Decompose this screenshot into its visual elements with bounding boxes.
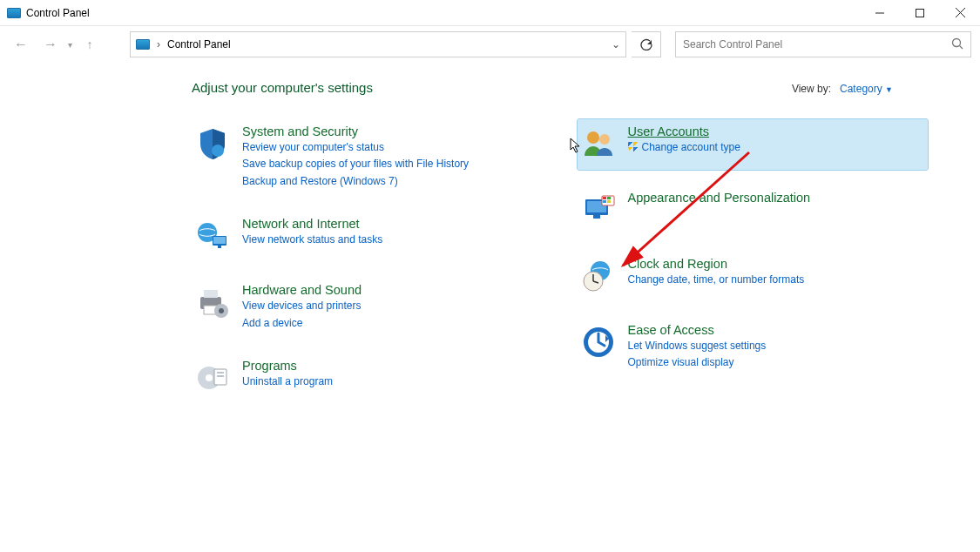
address-dropdown-icon[interactable]: ⌄ [612, 38, 620, 50]
svg-rect-20 [217, 375, 224, 377]
history-dropdown[interactable]: ▾ [68, 40, 72, 50]
category-title[interactable]: Programs [242, 359, 333, 373]
up-button[interactable]: ↑ [78, 32, 102, 57]
category-title[interactable]: Ease of Access [628, 323, 767, 337]
categories-left-column: System and Security Review your computer… [192, 119, 543, 420]
close-button[interactable] [940, 0, 980, 26]
view-by-label: View by: [792, 83, 831, 95]
ease-of-access-icon [579, 323, 618, 361]
svg-rect-12 [204, 290, 218, 298]
category-title[interactable]: Hardware and Sound [242, 283, 362, 297]
svg-rect-29 [603, 200, 606, 203]
category-link[interactable]: View devices and printers [242, 299, 362, 313]
category-link[interactable]: Save backup copies of your files with Fi… [242, 157, 469, 172]
category-link[interactable]: Review your computer's status [242, 140, 469, 155]
refresh-icon [640, 38, 652, 50]
window-titlebar: Control Panel [0, 0, 980, 26]
svg-point-21 [587, 131, 599, 144]
category-title[interactable]: System and Security [242, 125, 469, 138]
clock-globe-icon [579, 257, 618, 295]
svg-point-22 [599, 134, 610, 145]
category-hardware-sound[interactable]: Hardware and Sound View devices and prin… [192, 278, 543, 338]
back-button[interactable]: ← [9, 32, 33, 57]
category-ease-of-access[interactable]: Ease of Access Let Windows suggest setti… [578, 318, 929, 378]
svg-point-4 [953, 38, 961, 46]
globe-network-icon [193, 217, 232, 255]
svg-rect-28 [607, 197, 611, 199]
svg-rect-30 [607, 200, 611, 203]
control-panel-icon [7, 8, 21, 18]
category-title[interactable]: Appearance and Personalization [628, 191, 811, 205]
minimize-icon [875, 9, 884, 17]
search-icon [951, 37, 963, 52]
category-system-security[interactable]: System and Security Review your computer… [192, 119, 543, 196]
category-clock-region[interactable]: Clock and Region Change date, time, or n… [578, 252, 929, 302]
svg-rect-9 [213, 237, 226, 244]
category-link[interactable]: Optimize visual display [628, 355, 767, 370]
breadcrumb-item[interactable]: Control Panel [167, 38, 231, 50]
close-icon [956, 8, 965, 17]
address-bar[interactable]: › Control Panel ⌄ [130, 31, 626, 57]
view-by-control: View by: Category ▼ [792, 83, 893, 95]
svg-point-17 [206, 374, 213, 381]
user-accounts-icon [579, 125, 618, 163]
category-title[interactable]: Network and Internet [242, 217, 382, 231]
search-box[interactable] [675, 31, 971, 57]
shield-icon [193, 125, 232, 163]
svg-rect-10 [218, 246, 221, 248]
breadcrumb-chevron-icon: › [157, 38, 160, 50]
navigation-bar: ← → ▾ ↑ › Control Panel ⌄ [0, 26, 980, 63]
category-link[interactable]: Add a device [242, 316, 362, 331]
category-link[interactable]: Change date, time, or number formats [628, 273, 805, 287]
category-link[interactable]: Change account type [628, 140, 740, 155]
category-appearance-personalization[interactable]: Appearance and Personalization [578, 185, 929, 236]
svg-rect-27 [603, 197, 606, 199]
printer-icon [193, 283, 232, 321]
window-title: Control Panel [26, 7, 90, 19]
category-link[interactable]: Let Windows suggest settings [628, 339, 767, 353]
category-network-internet[interactable]: Network and Internet View network status… [192, 212, 543, 262]
categories-right-column: User Accounts Change account type Appear… [578, 119, 929, 420]
page-heading: Adjust your computer's settings [192, 80, 373, 95]
content-area: Adjust your computer's settings View by:… [0, 63, 980, 420]
category-programs[interactable]: Programs Uninstall a program [192, 353, 543, 404]
category-link[interactable]: Uninstall a program [242, 374, 333, 389]
search-input[interactable] [683, 38, 951, 50]
programs-icon [193, 359, 232, 397]
svg-rect-25 [593, 215, 600, 219]
maximize-button[interactable] [900, 0, 940, 26]
minimize-button[interactable] [860, 0, 900, 26]
category-link[interactable]: View network status and tasks [242, 232, 382, 247]
category-user-accounts[interactable]: User Accounts Change account type [578, 119, 929, 170]
forward-button[interactable]: → [38, 32, 63, 57]
chevron-down-icon: ▼ [885, 85, 893, 94]
refresh-button[interactable] [632, 31, 661, 57]
svg-point-15 [219, 308, 224, 313]
view-by-dropdown[interactable]: Category ▼ [840, 83, 893, 95]
svg-rect-19 [217, 372, 224, 374]
maximize-icon [916, 9, 924, 17]
appearance-icon [579, 191, 618, 229]
category-title[interactable]: Clock and Region [628, 257, 805, 271]
svg-rect-1 [916, 9, 924, 17]
svg-line-5 [960, 45, 963, 49]
category-title[interactable]: User Accounts [628, 125, 740, 138]
category-link[interactable]: Backup and Restore (Windows 7) [242, 174, 469, 189]
control-panel-icon [136, 39, 150, 50]
